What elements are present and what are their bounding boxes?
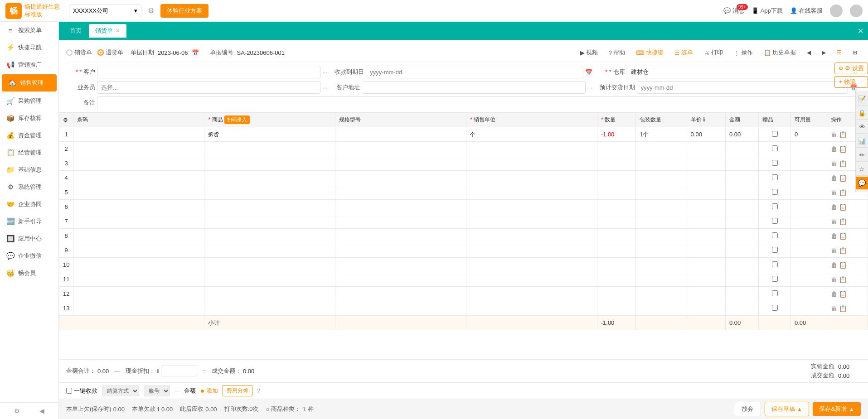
- cell-spec[interactable]: [335, 127, 466, 142]
- cell-product[interactable]: [204, 287, 335, 301]
- customer-addr-input[interactable]: [362, 81, 585, 94]
- cell-barcode[interactable]: [73, 171, 204, 185]
- sidebar-settings-button[interactable]: ⚙: [14, 407, 20, 414]
- delete-row-button[interactable]: 🗑: [831, 232, 837, 240]
- sidebar-item-finance[interactable]: 💰 资金管理: [0, 127, 58, 144]
- cell-amount[interactable]: [725, 243, 758, 258]
- cell-qty[interactable]: [597, 301, 635, 316]
- info-icon[interactable]: ℹ: [157, 406, 160, 413]
- close-window-icon[interactable]: ✕: [858, 27, 863, 35]
- cell-price[interactable]: [687, 214, 725, 229]
- company-selector[interactable]: XXXXXX公司 ▾: [69, 5, 141, 17]
- col-settings[interactable]: ⚙: [59, 113, 73, 127]
- cell-pack-qty[interactable]: [636, 214, 687, 229]
- cell-barcode[interactable]: [73, 287, 204, 301]
- cell-qty[interactable]: [597, 200, 635, 214]
- cell-gift[interactable]: [759, 171, 791, 185]
- copy-row-button[interactable]: 📋: [839, 189, 847, 196]
- cell-amount[interactable]: [725, 229, 758, 243]
- cell-gift[interactable]: [759, 156, 791, 171]
- cell-spec[interactable]: [335, 142, 466, 156]
- cell-barcode[interactable]: [73, 272, 204, 287]
- cell-qty[interactable]: [597, 272, 635, 287]
- delete-row-button[interactable]: 🗑: [831, 218, 837, 225]
- cell-spec[interactable]: [335, 185, 466, 200]
- copy-row-button[interactable]: 📋: [839, 247, 847, 254]
- list-view-button[interactable]: ☰: [833, 48, 845, 57]
- cell-product[interactable]: [204, 200, 335, 214]
- cell-price[interactable]: [687, 301, 725, 316]
- cell-gift[interactable]: [759, 287, 791, 301]
- cell-qty[interactable]: -1.00: [597, 127, 635, 142]
- sidebar-item-enterprise[interactable]: 🤝 企业协同: [0, 196, 58, 213]
- cell-amount[interactable]: [725, 156, 758, 171]
- cell-amount[interactable]: [725, 272, 758, 287]
- cell-unit[interactable]: [466, 200, 597, 214]
- rt-btn-7[interactable]: 💬: [856, 177, 868, 190]
- delete-row-button[interactable]: 🗑: [831, 247, 837, 254]
- cell-unit[interactable]: [466, 171, 597, 185]
- expected-date-input[interactable]: [637, 81, 848, 94]
- shortcut-button[interactable]: ⌨快捷键: [632, 47, 667, 58]
- one-click-checkbox[interactable]: [66, 388, 72, 394]
- fee-split-button[interactable]: 费用分摊: [223, 385, 252, 396]
- cell-unit[interactable]: [466, 272, 597, 287]
- cell-gift[interactable]: [759, 127, 791, 142]
- copy-row-button[interactable]: 📋: [839, 290, 847, 298]
- cell-spec[interactable]: [335, 301, 466, 316]
- cell-qty[interactable]: [597, 156, 635, 171]
- cell-amount[interactable]: [725, 214, 758, 229]
- cell-barcode[interactable]: [73, 258, 204, 272]
- cell-barcode[interactable]: [73, 214, 204, 229]
- sidebar-item-wechat[interactable]: 💬 企业微信: [0, 247, 58, 265]
- cell-qty[interactable]: [597, 229, 635, 243]
- cell-qty[interactable]: [597, 243, 635, 258]
- cell-price[interactable]: [687, 171, 725, 185]
- sidebar-item-guide[interactable]: 🆕 新手引导: [0, 213, 58, 230]
- settings-gear-button[interactable]: ⚙: [146, 5, 156, 17]
- cell-unit[interactable]: [466, 229, 597, 243]
- select-order-button[interactable]: ☰选单: [671, 47, 697, 58]
- one-click-payment-checkbox[interactable]: 一键收款: [66, 387, 97, 395]
- cell-gift[interactable]: [759, 200, 791, 214]
- cell-unit[interactable]: [466, 243, 597, 258]
- receive-date-input[interactable]: [366, 66, 583, 78]
- cell-pack-qty[interactable]: [636, 200, 687, 214]
- settings-button[interactable]: ⚙ ⚙ 设置: [834, 63, 868, 74]
- cell-barcode[interactable]: [73, 127, 204, 142]
- cell-barcode[interactable]: [73, 301, 204, 316]
- cell-qty[interactable]: [597, 214, 635, 229]
- cell-pack-qty[interactable]: [636, 243, 687, 258]
- calendar-icon[interactable]: 📅: [192, 49, 199, 56]
- cell-spec[interactable]: [335, 156, 466, 171]
- cell-barcode[interactable]: [73, 200, 204, 214]
- discount-input[interactable]: [161, 366, 197, 376]
- cell-unit[interactable]: [466, 258, 597, 272]
- delete-row-button[interactable]: 🗑: [831, 174, 837, 182]
- operations-button[interactable]: ⋮操作: [730, 47, 756, 58]
- cell-qty[interactable]: [597, 171, 635, 185]
- cell-price[interactable]: [687, 272, 725, 287]
- payment-account-select[interactable]: 账号: [144, 385, 170, 396]
- cell-product[interactable]: [204, 156, 335, 171]
- cell-pack-qty[interactable]: [636, 171, 687, 185]
- cell-price[interactable]: [687, 258, 725, 272]
- remark-input[interactable]: [97, 96, 857, 109]
- cell-qty[interactable]: [597, 258, 635, 272]
- cell-spec[interactable]: [335, 229, 466, 243]
- salesperson-input[interactable]: [97, 81, 320, 94]
- cell-barcode[interactable]: [73, 185, 204, 200]
- radio-sales[interactable]: 销货单: [66, 48, 92, 57]
- cell-amount[interactable]: [725, 200, 758, 214]
- cell-pack-qty[interactable]: [636, 301, 687, 316]
- sidebar-item-system[interactable]: ⚙ 系统管理: [0, 178, 58, 196]
- cell-product[interactable]: [204, 214, 335, 229]
- radio-return[interactable]: 退货单: [97, 48, 123, 57]
- more-icon[interactable]: ···: [175, 387, 179, 394]
- rt-btn-5[interactable]: ✏: [856, 149, 868, 162]
- cell-spec[interactable]: [335, 287, 466, 301]
- app-download-button[interactable]: 📱 App下载: [752, 7, 783, 15]
- cell-price[interactable]: [687, 185, 725, 200]
- delete-row-button[interactable]: 🗑: [831, 276, 837, 283]
- salesperson-more-icon[interactable]: ···: [322, 84, 327, 91]
